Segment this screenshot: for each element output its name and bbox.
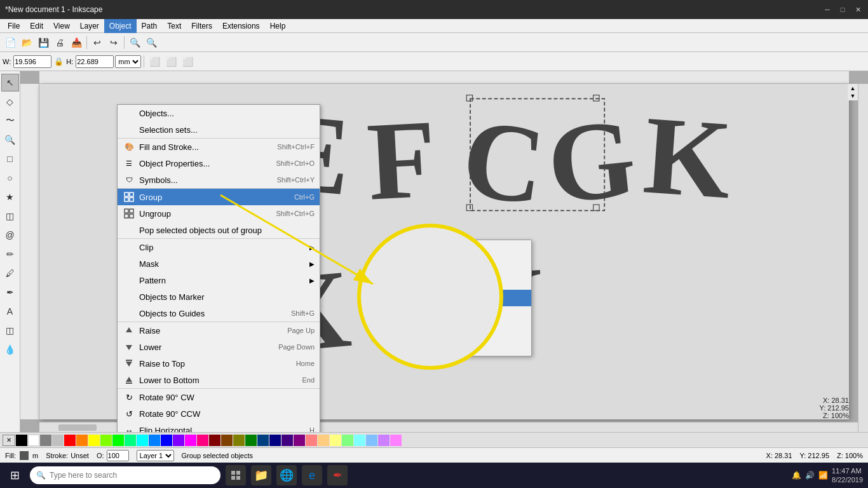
color-black[interactable] bbox=[16, 435, 27, 446]
dropper-tool[interactable]: 💧 bbox=[1, 341, 19, 358]
circle-tool[interactable]: ○ bbox=[1, 169, 19, 187]
h-input[interactable]: 22.689 bbox=[76, 55, 114, 68]
color-peach[interactable] bbox=[318, 435, 329, 446]
menu-text[interactable]: Text bbox=[162, 19, 186, 33]
undo-btn[interactable]: ↩ bbox=[90, 35, 105, 50]
panel-icon-1[interactable]: ▲ bbox=[849, 85, 857, 92]
menu-help[interactable]: Help bbox=[265, 19, 291, 33]
color-lime[interactable] bbox=[100, 435, 112, 446]
layer-select[interactable]: Layer 1 bbox=[137, 450, 174, 461]
color-magenta[interactable] bbox=[185, 435, 196, 446]
menu-item-flip-h[interactable]: ↔ Flip Horizontal H bbox=[118, 422, 320, 432]
search-input[interactable] bbox=[50, 471, 214, 480]
save-btn[interactable]: 💾 bbox=[36, 35, 51, 50]
import-btn[interactable]: 📥 bbox=[69, 35, 84, 50]
start-button[interactable]: ⊞ bbox=[5, 466, 25, 485]
menu-item-mask[interactable]: Mask bbox=[118, 255, 320, 272]
align-right-btn[interactable]: ⬜ bbox=[180, 54, 195, 69]
edge-btn[interactable]: e bbox=[302, 465, 322, 485]
node-tool[interactable]: ◇ bbox=[1, 93, 19, 111]
color-lavender[interactable] bbox=[378, 435, 390, 446]
color-light-red[interactable] bbox=[306, 435, 317, 446]
color-violet[interactable] bbox=[173, 435, 184, 446]
color-azure[interactable] bbox=[149, 435, 160, 446]
color-light-blue[interactable] bbox=[366, 435, 377, 446]
color-navy[interactable] bbox=[257, 435, 269, 446]
color-dark-blue[interactable] bbox=[269, 435, 281, 446]
tweak-tool[interactable]: 〜 bbox=[1, 112, 19, 130]
inkscape-taskbar-btn[interactable]: ✒ bbox=[327, 465, 348, 485]
color-light-cyan[interactable] bbox=[354, 435, 365, 446]
menu-item-lower-to-bottom[interactable]: Lower to Bottom End bbox=[118, 372, 320, 388]
menu-file[interactable]: File bbox=[3, 19, 25, 33]
menu-object[interactable]: Object bbox=[104, 19, 137, 33]
close-button[interactable]: ✕ bbox=[853, 4, 863, 15]
gradient-tool[interactable]: ◫ bbox=[1, 322, 19, 339]
print-btn[interactable]: 🖨 bbox=[52, 35, 67, 50]
color-yellow[interactable] bbox=[88, 435, 100, 446]
opacity-input[interactable] bbox=[107, 450, 129, 461]
w-input[interactable]: 19.596 bbox=[13, 55, 51, 68]
color-orange[interactable] bbox=[76, 435, 88, 446]
new-btn[interactable]: 📄 bbox=[3, 35, 18, 50]
color-rose[interactable] bbox=[197, 435, 208, 446]
zoom-out-btn[interactable]: 🔍 bbox=[144, 35, 159, 50]
menu-item-objects[interactable]: Objects... bbox=[118, 105, 320, 121]
panel-icon-2[interactable]: ▼ bbox=[849, 93, 857, 99]
menu-item-clip[interactable]: Clip bbox=[118, 239, 320, 255]
menu-edit[interactable]: Edit bbox=[25, 19, 48, 33]
color-pink[interactable] bbox=[390, 435, 402, 446]
menu-item-pattern[interactable]: Pattern bbox=[118, 272, 320, 288]
color-light-yellow[interactable] bbox=[330, 435, 341, 446]
menu-item-raise[interactable]: Raise Page Up bbox=[118, 322, 320, 339]
color-spring[interactable] bbox=[125, 435, 136, 446]
menu-item-ungroup[interactable]: Ungroup Shift+Ctrl+G bbox=[118, 205, 320, 222]
calligraphy-tool[interactable]: ✒ bbox=[1, 283, 19, 301]
pencil-tool[interactable]: ✏ bbox=[1, 245, 19, 263]
no-fill-swatch[interactable]: ✕ bbox=[3, 435, 15, 446]
zoom-in-btn[interactable]: 🔍 bbox=[127, 35, 142, 50]
align-left-btn[interactable]: ⬜ bbox=[147, 54, 162, 69]
search-bar[interactable]: 🔍 bbox=[30, 466, 220, 484]
rect-tool[interactable]: □ bbox=[1, 150, 19, 168]
open-btn[interactable]: 📂 bbox=[19, 35, 34, 50]
menu-item-rotate-cw[interactable]: ↻ Rotate 90° CW bbox=[118, 389, 320, 405]
color-maroon[interactable] bbox=[209, 435, 220, 446]
menu-filters[interactable]: Filters bbox=[186, 19, 217, 33]
color-blue[interactable] bbox=[161, 435, 172, 446]
menu-item-lower[interactable]: Lower Page Down bbox=[118, 339, 320, 355]
spiral-tool[interactable]: @ bbox=[1, 226, 19, 244]
file-explorer-btn[interactable]: 📁 bbox=[251, 465, 271, 485]
menu-item-fill-stroke[interactable]: 🎨 Fill and Stroke... Shift+Ctrl+F bbox=[118, 139, 320, 155]
menu-view[interactable]: View bbox=[48, 19, 75, 33]
zoom-tool[interactable]: 🔍 bbox=[1, 131, 19, 149]
taskview-button[interactable] bbox=[226, 465, 246, 485]
color-light-green[interactable] bbox=[342, 435, 353, 446]
menu-item-symbols[interactable]: 🛡 Symbols... Shift+Ctrl+Y bbox=[118, 172, 320, 188]
color-green[interactable] bbox=[112, 435, 124, 446]
pen-tool[interactable]: 🖊 bbox=[1, 264, 19, 282]
chrome-btn[interactable]: 🌐 bbox=[276, 465, 297, 485]
menu-item-objects-to-guides[interactable]: Objects to Guides Shift+G bbox=[118, 305, 320, 322]
align-center-btn[interactable]: ⬜ bbox=[163, 54, 179, 69]
color-gray[interactable] bbox=[40, 435, 51, 446]
maximize-button[interactable]: □ bbox=[837, 4, 848, 15]
menu-layer[interactable]: Layer bbox=[75, 19, 104, 33]
menu-item-objects-to-marker[interactable]: Objects to Marker bbox=[118, 288, 320, 305]
color-white[interactable] bbox=[28, 435, 39, 446]
color-red[interactable] bbox=[64, 435, 76, 446]
color-brown[interactable] bbox=[221, 435, 233, 446]
select-tool[interactable]: ↖ bbox=[1, 74, 19, 92]
menu-item-raise-to-top[interactable]: Raise to Top Home bbox=[118, 355, 320, 372]
color-olive[interactable] bbox=[233, 435, 245, 446]
text-tool[interactable]: A bbox=[1, 302, 19, 320]
unit-select[interactable]: mmpxpt bbox=[115, 55, 141, 68]
menu-path[interactable]: Path bbox=[137, 19, 163, 33]
minimize-button[interactable]: ─ bbox=[822, 4, 832, 15]
menu-extensions[interactable]: Extensions bbox=[217, 19, 265, 33]
vscrollbar[interactable] bbox=[858, 84, 868, 432]
menu-item-selection-sets[interactable]: Selection sets... bbox=[118, 121, 320, 138]
star-tool[interactable]: ★ bbox=[1, 188, 19, 206]
color-purple[interactable] bbox=[294, 435, 305, 446]
3d-box-tool[interactable]: ◫ bbox=[1, 207, 19, 225]
